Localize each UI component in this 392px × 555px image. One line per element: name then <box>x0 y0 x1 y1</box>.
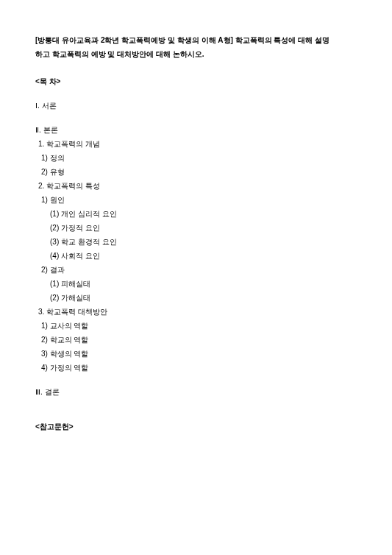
section-body-2-1-4: (4) 사회적 요인 <box>50 249 357 263</box>
section-intro: Ⅰ. 서론 <box>35 99 357 113</box>
section-body-3-4: 4) 가정의 역할 <box>41 361 357 375</box>
toc-heading: <목 차> <box>35 74 357 88</box>
section-body-3-1: 1) 교사의 역할 <box>41 319 357 333</box>
section-body-1-2: 2) 유형 <box>41 165 357 179</box>
section-body-3-3: 3) 학생의 역할 <box>41 347 357 361</box>
references-heading: <참고문헌> <box>35 420 357 434</box>
section-body-2-2-2: (2) 가해실태 <box>50 291 357 305</box>
section-body: Ⅱ. 본론 <box>35 123 357 137</box>
section-body-2-1-3: (3) 학교 환경적 요인 <box>50 235 357 249</box>
section-body-2: 2. 학교폭력의 특성 <box>38 179 357 193</box>
section-body-2-2: 2) 결과 <box>41 263 357 277</box>
section-body-2-2-1: (1) 피해실태 <box>50 277 357 291</box>
document-title-line-2: 하고 학교폭력의 예방 및 대처방안에 대해 논하시오. <box>35 47 357 61</box>
section-conclusion: Ⅲ. 결론 <box>35 385 357 399</box>
section-body-1: 1. 학교폭력의 개념 <box>38 137 357 151</box>
section-body-2-1-2: (2) 가정적 요인 <box>50 221 357 235</box>
document-title-line-1: [방통대 유아교육과 2학년 학교폭력예방 및 학생의 이해 A형] 학교폭력의… <box>35 33 357 47</box>
section-body-2-1-1: (1) 개인 심리적 요인 <box>50 207 357 221</box>
section-body-2-1: 1) 원인 <box>41 193 357 207</box>
section-body-1-1: 1) 정의 <box>41 151 357 165</box>
section-body-3-2: 2) 학교의 역할 <box>41 333 357 347</box>
section-body-3: 3. 학교폭력 대책방안 <box>38 305 357 319</box>
